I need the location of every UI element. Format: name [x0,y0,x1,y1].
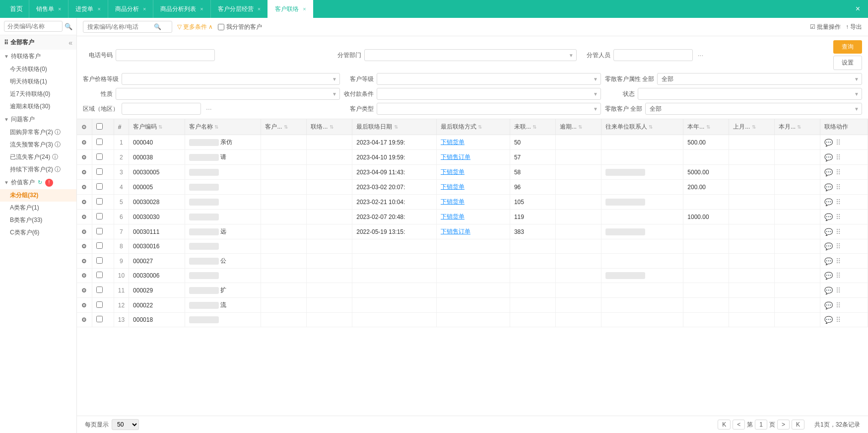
row-checkbox[interactable] [92,180,114,195]
contact-icon[interactable]: 💬 [824,316,833,324]
contact-icon[interactable]: 💬 [824,139,833,146]
contact-icon[interactable]: 💬 [824,213,833,221]
payment-select[interactable] [377,88,601,100]
first-page-btn[interactable]: K [718,420,731,430]
row-settings[interactable]: ⚙ [77,210,92,224]
row-last-contact-method[interactable]: 下销货单 [436,210,510,224]
sidebar-item-today[interactable]: 今天待联络(0) [0,63,76,75]
row-last-contact-method[interactable] [436,269,510,283]
more-action-icon[interactable]: ⠿ [836,213,841,221]
customer-type-select[interactable] [377,103,601,115]
row-select-checkbox[interactable] [96,316,103,322]
contact-icon[interactable]: 💬 [824,153,833,161]
more-action-icon[interactable]: ⠿ [836,316,841,324]
close-customer-contact-tab[interactable]: × [303,6,306,12]
more-action-icon[interactable]: ⠿ [836,272,841,280]
row-checkbox[interactable] [92,150,114,165]
name-col-header[interactable]: 客户名称 ⇅ [185,119,261,135]
more-action-icon[interactable]: ⠿ [836,257,841,265]
sidebar-item-abnormal[interactable]: 固购异常客户(2) ⓘ [0,126,76,139]
contact-icon[interactable]: 💬 [824,287,833,294]
last-month-col-header[interactable]: 上月... ⇅ [729,119,775,135]
row-select-checkbox[interactable] [96,153,103,160]
row-last-contact-method[interactable]: 下销售订单 [436,224,510,239]
sidebar-item-tomorrow[interactable]: 明天待联络(1) [0,75,76,88]
row-settings[interactable]: ⚙ [77,195,92,210]
row-settings[interactable]: ⚙ [77,283,92,298]
row-select-checkbox[interactable] [96,257,103,264]
row-settings[interactable]: ⚙ [77,313,92,327]
row-last-contact-method[interactable]: 下销货单 [436,195,510,210]
more-action-icon[interactable]: ⠿ [836,301,841,309]
contact-icon[interactable]: 💬 [824,272,833,280]
reset-button[interactable]: 设置 [833,56,862,70]
nav-tab-analysis[interactable]: 商品分析 × [108,0,153,18]
scatter-customer-select[interactable]: 全部 [645,103,862,115]
row-settings[interactable]: ⚙ [77,224,92,239]
not-contacted-col-header[interactable]: 未联... ⇅ [510,119,555,135]
row-checkbox[interactable] [92,298,114,313]
manager-input[interactable] [613,49,693,61]
row-settings[interactable]: ⚙ [77,150,92,165]
row-select-checkbox[interactable] [96,168,103,175]
nav-tab-customer-tier[interactable]: 客户分层经营 × [210,0,267,18]
row-checkbox[interactable] [92,283,114,298]
row-select-checkbox[interactable] [96,139,103,145]
scatter-attr-select[interactable]: 全部 [657,73,862,85]
status-select[interactable] [638,88,862,100]
tree-group-pending-header[interactable]: ▼ 待联络客户 [0,50,76,63]
row-select-checkbox[interactable] [96,183,103,190]
settings-col-header[interactable]: ⚙ [77,119,92,135]
region-input[interactable] [122,103,201,115]
window-close-button[interactable]: × [852,4,864,13]
more-action-icon[interactable]: ⠿ [836,183,841,191]
more-action-icon[interactable]: ⠿ [836,228,841,236]
sidebar-search-icon[interactable]: 🔍 [65,23,72,30]
close-analysis-tab[interactable]: × [143,6,146,12]
sidebar-collapse-btn[interactable]: « [68,39,72,47]
nav-tab-sales[interactable]: 销售单 × [29,0,68,18]
row-last-contact-method[interactable] [436,254,510,269]
row-last-contact-method[interactable] [436,283,510,298]
more-conditions-btn[interactable]: ▽ 更多条件 ∧ [177,23,213,31]
this-year-col-header[interactable]: 本年... ⇅ [683,119,729,135]
more-action-icon[interactable]: ⠿ [836,153,841,161]
row-select-checkbox[interactable] [96,272,103,278]
contact-col-header[interactable]: 联络... ⇅ [307,119,352,135]
row-checkbox[interactable] [92,239,114,254]
search-input[interactable] [87,23,152,30]
row-checkbox[interactable] [92,135,114,150]
contact-icon[interactable]: 💬 [824,228,833,236]
sidebar-item-class-a[interactable]: A类客户(1) [0,202,76,214]
row-settings[interactable]: ⚙ [77,269,92,283]
row-select-checkbox[interactable] [96,198,103,205]
row-checkbox[interactable] [92,195,114,210]
row-last-contact-method[interactable]: 下销货单 [436,180,510,195]
sidebar-item-class-c[interactable]: C类客户(6) [0,226,76,239]
price-level-select[interactable] [122,73,340,85]
code-col-header[interactable]: 客户编码 ⇅ [129,119,185,135]
row-select-checkbox[interactable] [96,301,103,308]
export-btn[interactable]: ↑ 导出 [846,23,862,31]
more-action-icon[interactable]: ⠿ [836,139,841,146]
close-sales-tab[interactable]: × [58,6,61,12]
row-settings[interactable]: ⚙ [77,165,92,180]
close-customer-tier-tab[interactable]: × [258,6,261,12]
overdue-col-header[interactable]: 逾期... ⇅ [555,119,601,135]
row-settings[interactable]: ⚙ [77,180,92,195]
nature-select[interactable] [116,88,340,100]
close-purchase-tab[interactable]: × [97,6,100,12]
customer-level-select[interactable] [377,73,601,85]
more-action-icon[interactable]: ⠿ [836,198,841,206]
checkbox-col-header[interactable] [92,119,114,135]
row-last-contact-method[interactable]: 下销货单 [436,135,510,150]
batch-op-btn[interactable]: ☑ 批量操作 [810,23,841,31]
contact-icon[interactable]: 💬 [824,183,833,191]
sidebar-item-churned[interactable]: 已流失客户(24) ⓘ [0,151,76,163]
select-all-checkbox[interactable] [96,123,103,130]
search-icon[interactable]: 🔍 [154,23,161,30]
row-checkbox[interactable] [92,210,114,224]
dept-select[interactable] [364,49,576,61]
tree-group-value-header[interactable]: ▼ 价值客户 ↻ ! [0,176,76,189]
sidebar-item-overdue[interactable]: 逾期未联络(30) [0,100,76,113]
